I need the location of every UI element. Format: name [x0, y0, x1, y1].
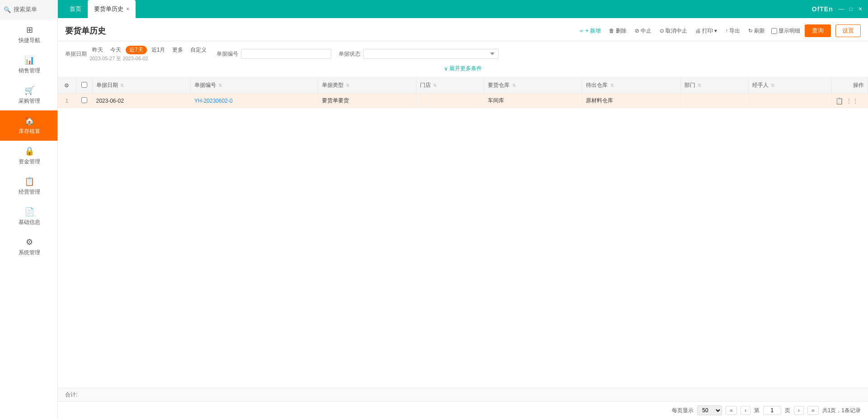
refresh-button[interactable]: ↻ 刷新 — [746, 26, 767, 36]
stop-button[interactable]: ⊘ 中止 — [633, 26, 653, 36]
print-button[interactable]: 🖨 打印 ▾ — [693, 26, 719, 36]
delete-icon: 🗑 — [609, 28, 614, 34]
last-page-btn[interactable]: » — [807, 406, 819, 415]
th-req-warehouse[interactable]: 要货仓库 ⇅ — [484, 77, 582, 94]
th-settings[interactable]: ⚙ — [58, 77, 76, 94]
tab-active-label: 要货单历史 — [94, 5, 123, 13]
window-minimize-btn[interactable]: — — [839, 6, 844, 12]
window-maximize-btn[interactable]: □ — [849, 6, 853, 12]
filter-row-1: 单据日期 昨天 今天 近7天 近1月 更多 自定义 2023-05-27 至 2… — [65, 46, 861, 62]
th-handler[interactable]: 经手人 ⇅ — [749, 77, 832, 94]
export-button[interactable]: ↑ 导出 — [723, 26, 742, 36]
sales-icon: 📊 — [24, 55, 34, 65]
tab-requisition-history[interactable]: 要货单历史 × — [88, 0, 136, 18]
date-btn-yesterday[interactable]: 昨天 — [90, 46, 106, 54]
tab-home-label: 首页 — [70, 5, 81, 13]
sort-type-icon: ⇅ — [346, 83, 349, 88]
order-no-input[interactable] — [241, 49, 331, 59]
pagination: 每页显示 50 10 20 100 « ‹ 第 页 › » 共1页，1条记录 — [58, 401, 868, 419]
th-date[interactable]: 单据日期 ⇅ — [92, 77, 190, 94]
sidebar-item-quick-nav[interactable]: ⊞ 快捷导航 — [0, 19, 57, 50]
display-detail-toggle[interactable]: 显示明细 — [771, 27, 800, 35]
delete-label: 删除 — [616, 27, 627, 35]
main-area: 首页 要货单历史 × OfTEn — □ ✕ 要货单历史 ＋ + 新增 🗑 — [58, 0, 868, 419]
topbar-right: OfTEn — □ ✕ — [812, 5, 863, 13]
print-label: 打印 — [702, 27, 713, 35]
th-dept[interactable]: 部门 ⇅ — [680, 77, 749, 94]
sidebar-search-label: 搜索菜单 — [14, 5, 37, 14]
row-order-no[interactable]: YH-20230602-0 — [190, 94, 318, 108]
sidebar-item-label: 系统管理 — [19, 249, 40, 257]
date-btn-recent1m[interactable]: 近1月 — [149, 46, 168, 54]
page-header: 要货单历史 ＋ + 新增 🗑 删除 ⊘ 中止 ⊙ 取消中止 — [58, 18, 868, 41]
sort-store-icon: ⇅ — [433, 83, 437, 88]
page-input[interactable] — [763, 406, 781, 415]
th-pending-warehouse[interactable]: 待出仓库 ⇅ — [582, 77, 680, 94]
expand-more-btn[interactable]: ∨ 展开更多条件 — [65, 65, 861, 72]
row-handler — [749, 94, 832, 108]
search-icon: 🔍 — [4, 6, 11, 13]
per-page-label: 每页显示 — [672, 407, 693, 414]
row-more-icon[interactable]: ⋮⋮ — [846, 97, 859, 105]
query-button[interactable]: 查询 — [805, 24, 831, 37]
delete-button[interactable]: 🗑 删除 — [607, 26, 628, 36]
row-select-checkbox[interactable] — [81, 97, 87, 103]
sidebar-item-finance[interactable]: 🔒 资金管理 — [0, 141, 57, 171]
expand-label: 展开更多条件 — [449, 65, 482, 72]
row-edit-icon[interactable]: 📋 — [835, 97, 843, 105]
total-label: 合计: — [65, 391, 77, 399]
th-ops: 操作 — [832, 77, 868, 94]
refresh-label: 刷新 — [754, 27, 765, 35]
sidebar: 🔍 搜索菜单 ⊞ 快捷导航 📊 销售管理 🛒 采购管理 🏠 库存核算 🔒 资金管… — [0, 0, 58, 419]
sidebar-item-basic-info[interactable]: 📄 基础信息 — [0, 201, 57, 232]
page-title: 要货单历史 — [65, 25, 106, 36]
filter-area: 单据日期 昨天 今天 近7天 近1月 更多 自定义 2023-05-27 至 2… — [58, 41, 868, 77]
filter-date: 单据日期 昨天 今天 近7天 近1月 更多 自定义 2023-05-27 至 2… — [65, 46, 209, 62]
th-type[interactable]: 单据类型 ⇅ — [318, 77, 416, 94]
sidebar-item-label: 销售管理 — [19, 67, 40, 75]
th-store[interactable]: 门店 ⇅ — [416, 77, 484, 94]
first-page-btn[interactable]: « — [726, 406, 737, 415]
display-detail-checkbox[interactable] — [771, 28, 777, 34]
th-order-no[interactable]: 单据编号 ⇅ — [190, 77, 318, 94]
order-no-link[interactable]: YH-20230602-0 — [194, 98, 233, 104]
operation-icon: 📋 — [24, 176, 34, 186]
row-pending-warehouse: 原材料仓库 — [582, 94, 680, 108]
data-table: ⚙ 单据日期 ⇅ 单据编号 ⇅ 单据类型 — [58, 77, 868, 108]
sidebar-item-sales[interactable]: 📊 销售管理 — [0, 50, 57, 80]
table-header-row: ⚙ 单据日期 ⇅ 单据编号 ⇅ 单据类型 — [58, 77, 868, 94]
sidebar-item-operation[interactable]: 📋 经营管理 — [0, 171, 57, 201]
select-all-checkbox[interactable] — [81, 82, 87, 88]
status-select[interactable] — [363, 49, 499, 59]
window-close-btn[interactable]: ✕ — [858, 6, 863, 12]
table-body: 1 2023-06-02 YH-20230602-0 要货单要货 车间库 原材料… — [58, 94, 868, 108]
sidebar-item-purchase[interactable]: 🛒 采购管理 — [0, 80, 57, 110]
date-btn-recent7[interactable]: 近7天 — [126, 46, 147, 54]
sort-no-icon: ⇅ — [218, 83, 222, 88]
table-row[interactable]: 1 2023-06-02 YH-20230602-0 要货单要货 车间库 原材料… — [58, 94, 868, 108]
tab-close-icon[interactable]: × — [126, 6, 129, 12]
sidebar-item-label: 采购管理 — [19, 97, 40, 105]
quick-nav-icon: ⊞ — [26, 25, 33, 35]
tab-home[interactable]: 首页 — [63, 0, 88, 18]
cancel-stop-button[interactable]: ⊙ 取消中止 — [658, 26, 689, 36]
new-label: + 新增 — [585, 27, 601, 35]
row-type: 要货单要货 — [318, 94, 416, 108]
new-button[interactable]: ＋ + 新增 — [577, 26, 603, 36]
topbar: 首页 要货单历史 × OfTEn — □ ✕ — [58, 0, 868, 18]
sort-req-wh-icon: ⇅ — [512, 83, 516, 88]
next-page-btn[interactable]: › — [794, 406, 804, 415]
sidebar-search[interactable]: 🔍 搜索菜单 — [0, 0, 57, 19]
per-page-select[interactable]: 50 10 20 100 — [697, 405, 722, 415]
settings-button[interactable]: 设置 — [835, 24, 861, 37]
prev-page-btn[interactable]: ‹ — [741, 406, 750, 415]
new-icon: ＋ — [579, 27, 584, 35]
sidebar-item-system[interactable]: ⚙ 系统管理 — [0, 232, 57, 262]
sidebar-item-inventory[interactable]: 🏠 库存核算 — [0, 110, 57, 141]
sidebar-item-label: 快捷导航 — [19, 37, 40, 44]
date-btn-today[interactable]: 今天 — [108, 46, 124, 54]
sidebar-item-label: 经营管理 — [19, 188, 40, 196]
export-label: 导出 — [729, 27, 740, 35]
date-btn-custom[interactable]: 自定义 — [188, 46, 209, 54]
date-btn-more[interactable]: 更多 — [170, 46, 186, 54]
